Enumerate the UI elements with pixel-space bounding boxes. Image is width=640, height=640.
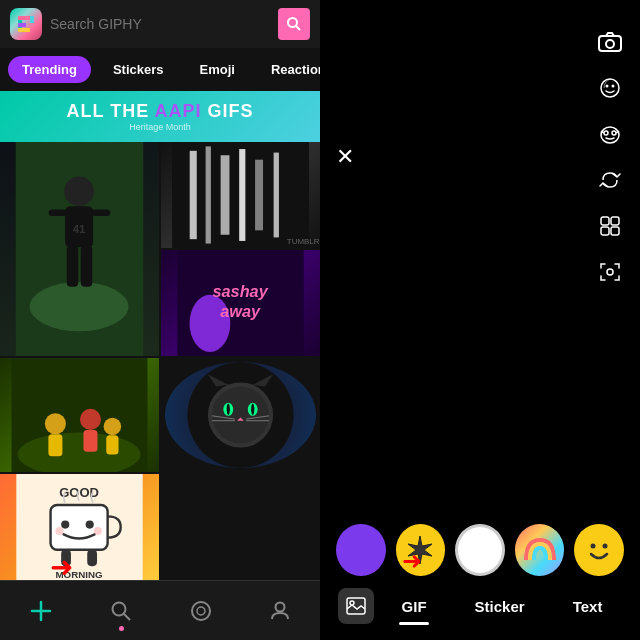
svg-point-30	[45, 413, 66, 434]
svg-point-62	[113, 602, 126, 615]
layout-icon[interactable]	[596, 212, 624, 240]
svg-rect-3	[18, 28, 30, 32]
svg-rect-14	[81, 246, 93, 287]
sticker-purple[interactable]	[336, 524, 386, 576]
svg-point-70	[606, 85, 609, 88]
svg-point-66	[276, 602, 285, 611]
svg-line-6	[296, 26, 300, 30]
gif-item-basketball[interactable]: 41	[0, 142, 159, 356]
tab-stickers[interactable]: Stickers	[99, 56, 178, 83]
sticker-options-row	[320, 524, 640, 588]
gif-item-sashay[interactable]: sashay away	[161, 250, 320, 356]
svg-text:TUMBLR: TUMBLR	[287, 237, 320, 246]
nav-search[interactable]	[109, 599, 133, 623]
sticker-circle[interactable]	[455, 524, 505, 576]
svg-rect-12	[92, 209, 110, 216]
svg-point-83	[591, 544, 596, 549]
add-arrow-indicator: ➜	[50, 552, 73, 585]
tab-sticker[interactable]: Sticker	[455, 590, 545, 623]
sticker-rainbow[interactable]	[515, 524, 565, 576]
svg-rect-1	[18, 16, 30, 20]
svg-rect-58	[87, 550, 97, 566]
svg-rect-79	[601, 227, 609, 235]
nav-dot	[119, 626, 124, 631]
svg-point-68	[606, 40, 614, 48]
svg-rect-18	[206, 146, 211, 243]
banner-title: ALL THE AAPI GIFS	[66, 101, 253, 122]
camera-icon[interactable]	[596, 28, 624, 56]
svg-point-73	[604, 131, 608, 135]
svg-rect-35	[106, 435, 118, 454]
svg-point-32	[80, 409, 101, 430]
bottom-tools-row: ➜ GIF Sticker Text	[320, 588, 640, 624]
face-scan-icon[interactable]	[596, 258, 624, 286]
side-toolbar	[596, 14, 624, 300]
svg-rect-33	[83, 430, 97, 452]
svg-point-84	[603, 544, 608, 549]
story-header: ✕	[320, 0, 640, 314]
svg-rect-11	[49, 209, 67, 216]
svg-rect-4	[30, 16, 34, 23]
close-button[interactable]: ✕	[336, 144, 354, 170]
tab-reactions[interactable]: Reactions	[257, 56, 320, 83]
nav-add[interactable]	[28, 598, 54, 624]
svg-rect-2	[18, 23, 26, 27]
svg-point-34	[104, 418, 122, 436]
giphy-logo	[10, 8, 42, 40]
gif-item-soccer[interactable]	[0, 358, 159, 472]
face-effect-icon[interactable]	[596, 74, 624, 102]
svg-point-64	[192, 602, 210, 620]
bottom-nav: ➜	[0, 580, 320, 640]
svg-point-53	[61, 520, 69, 528]
sticker-smile[interactable]	[574, 524, 624, 576]
svg-point-42	[251, 404, 254, 415]
media-button[interactable]	[338, 588, 374, 624]
gif-item-zebra[interactable]: TUMBLR	[161, 142, 320, 248]
tab-text[interactable]: Text	[553, 590, 623, 623]
svg-point-81	[607, 269, 613, 275]
svg-line-63	[124, 614, 130, 620]
svg-rect-77	[601, 217, 609, 225]
story-bottom: ➜ GIF Sticker Text	[320, 512, 640, 640]
svg-text:41: 41	[73, 223, 86, 235]
giphy-panel: Trending Stickers Emoji Reactions A ALL …	[0, 0, 320, 640]
category-tabs: Trending Stickers Emoji Reactions A	[0, 48, 320, 91]
boomerang-icon[interactable]	[596, 166, 624, 194]
gif-item-cat[interactable]	[165, 362, 316, 468]
svg-rect-78	[611, 217, 619, 225]
svg-point-9	[64, 177, 94, 207]
nav-profile[interactable]	[268, 599, 292, 623]
svg-point-38	[212, 386, 269, 443]
svg-point-54	[86, 520, 94, 528]
svg-point-82	[583, 534, 615, 566]
search-bar	[0, 0, 320, 48]
svg-rect-17	[190, 151, 197, 239]
svg-point-5	[288, 18, 297, 27]
tab-emoji[interactable]: Emoji	[185, 56, 248, 83]
tab-gif[interactable]: GIF	[382, 590, 447, 623]
svg-rect-31	[48, 434, 62, 456]
svg-point-71	[612, 85, 615, 88]
search-input[interactable]	[50, 16, 270, 32]
gif-grid: 41 TUMBLR	[0, 142, 320, 580]
nav-explore[interactable]	[189, 599, 213, 623]
svg-text:away: away	[220, 302, 261, 320]
mask-icon[interactable]	[596, 120, 624, 148]
svg-text:sashay: sashay	[212, 282, 268, 300]
svg-point-74	[612, 131, 616, 135]
svg-point-72	[601, 127, 619, 143]
aapi-banner: ALL THE AAPI GIFS Heritage Month	[0, 91, 320, 142]
gif-arrow-indicator: ➜	[402, 547, 422, 575]
svg-point-55	[55, 527, 63, 535]
svg-point-41	[227, 404, 230, 415]
banner-subtitle: Heritage Month	[129, 122, 191, 132]
gif-item-morning[interactable]: GOOD	[0, 474, 159, 580]
svg-rect-22	[274, 153, 279, 238]
search-button[interactable]	[278, 8, 310, 40]
tab-trending[interactable]: Trending	[8, 56, 91, 83]
svg-point-8	[30, 282, 129, 331]
svg-rect-13	[67, 246, 79, 287]
svg-rect-19	[221, 155, 230, 235]
svg-rect-80	[611, 227, 619, 235]
svg-rect-21	[255, 160, 263, 231]
